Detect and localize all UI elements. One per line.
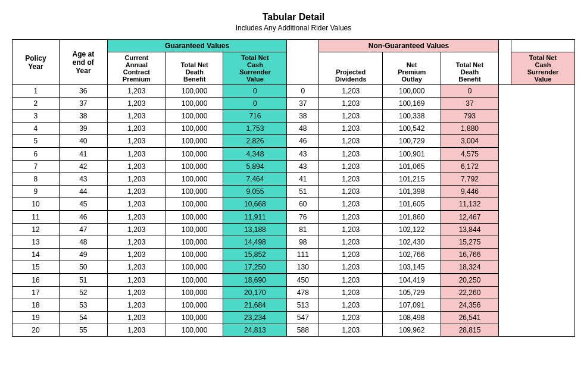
table-cell: 16: [13, 274, 60, 287]
table-cell: 109,962: [383, 324, 441, 337]
table-cell: 1,203: [319, 198, 383, 211]
table-cell: 1,203: [107, 224, 166, 236]
table-cell: 0: [287, 85, 319, 98]
policy-year-header: PolicyYear: [13, 40, 60, 85]
net-premium-outlay-header: NetPremiumOutlay: [383, 52, 441, 85]
table-cell: 1,203: [107, 261, 166, 274]
table-cell: 54: [59, 312, 107, 324]
table-cell: 1: [13, 85, 60, 98]
table-cell: 100,000: [166, 249, 223, 261]
table-cell: 7,792: [441, 173, 499, 186]
table-cell: 100,000: [166, 236, 223, 249]
table-cell: 100,000: [166, 135, 223, 148]
table-cell: 9,055: [223, 186, 287, 198]
table-cell: 100,338: [383, 110, 441, 123]
table-cell: 1,203: [107, 98, 166, 110]
table-cell: 51: [287, 186, 319, 198]
table-cell: 102,430: [383, 236, 441, 249]
table-cell: 60: [287, 198, 319, 211]
table-cell: 20: [13, 324, 60, 337]
age-header: Age atend ofYear: [59, 40, 107, 85]
non-guaranteed-values-header: Non-Guaranteed Values: [319, 40, 499, 52]
table-cell: 76: [287, 211, 319, 224]
table-cell: 20,170: [223, 287, 287, 299]
table-cell: 1,203: [107, 123, 166, 135]
table-cell: 1,203: [319, 148, 383, 161]
table-cell: 1,203: [107, 198, 166, 211]
table-cell: 98: [287, 236, 319, 249]
table-cell: 100,000: [166, 211, 223, 224]
table-cell: 111: [287, 249, 319, 261]
table-cell: 18,690: [223, 274, 287, 287]
table-cell: 9,446: [441, 186, 499, 198]
table-cell: 41: [287, 173, 319, 186]
table-cell: 547: [287, 312, 319, 324]
table-cell: 39: [59, 123, 107, 135]
table-cell: 100,000: [166, 274, 223, 287]
table-cell: 1,203: [107, 287, 166, 299]
table-cell: 18,324: [441, 261, 499, 274]
table-cell: 6: [13, 148, 60, 161]
table-cell: 100,000: [166, 287, 223, 299]
table-cell: 48: [59, 236, 107, 249]
table-cell: 46: [287, 135, 319, 148]
table-cell: 100,000: [166, 198, 223, 211]
table-cell: 100,901: [383, 148, 441, 161]
spacer-header2: [498, 40, 511, 85]
table-cell: 81: [287, 224, 319, 236]
table-cell: 41: [59, 148, 107, 161]
table-cell: 100,169: [383, 98, 441, 110]
table-cell: 1,203: [107, 161, 166, 173]
table-cell: 0: [223, 85, 287, 98]
table-cell: 1,203: [319, 324, 383, 337]
projected-dividends-header: ProjectedDividends: [319, 52, 383, 85]
table-cell: 13,844: [441, 224, 499, 236]
table-cell: 100,000: [166, 312, 223, 324]
table-cell: 478: [287, 287, 319, 299]
table-cell: 100,000: [383, 85, 441, 98]
table-cell: 20,250: [441, 274, 499, 287]
table-cell: 50: [59, 261, 107, 274]
table-cell: 105,729: [383, 287, 441, 299]
total-net-csv-header: Total NetCashSurrenderValue: [223, 52, 287, 85]
table-cell: 107,091: [383, 299, 441, 312]
table-cell: 1,203: [319, 249, 383, 261]
table-cell: 1,203: [107, 249, 166, 261]
table-cell: 1,203: [107, 186, 166, 198]
table-cell: 450: [287, 274, 319, 287]
table-cell: 1,203: [107, 312, 166, 324]
table-cell: 14: [13, 249, 60, 261]
table-cell: 1,203: [319, 236, 383, 249]
table-cell: 101,215: [383, 173, 441, 186]
table-cell: 42: [59, 161, 107, 173]
table-cell: 24,356: [441, 299, 499, 312]
table-cell: 100,000: [166, 224, 223, 236]
table-cell: 17: [13, 287, 60, 299]
table-cell: 100,000: [166, 261, 223, 274]
table-cell: 10: [13, 198, 60, 211]
table-cell: 51: [59, 274, 107, 287]
table-cell: 1,203: [107, 148, 166, 161]
table-cell: 100,000: [166, 299, 223, 312]
page-title: Tabular Detail: [12, 12, 575, 23]
table-cell: 43: [287, 148, 319, 161]
table-cell: 55: [59, 324, 107, 337]
table-cell: 1,203: [107, 110, 166, 123]
page-subtitle: Includes Any Additional Rider Values: [12, 24, 575, 32]
table-cell: 1,203: [107, 85, 166, 98]
table-cell: 38: [59, 110, 107, 123]
table-cell: 3,004: [441, 135, 499, 148]
table-cell: 13: [13, 236, 60, 249]
table-cell: 1,203: [319, 173, 383, 186]
table-cell: 1,203: [319, 287, 383, 299]
table-cell: 7: [13, 161, 60, 173]
table-cell: 46: [59, 211, 107, 224]
table-cell: 9: [13, 186, 60, 198]
table-cell: 2: [13, 98, 60, 110]
table-cell: 1,203: [319, 224, 383, 236]
total-net-death-benefit-header: Total NetDeathBenefit: [166, 52, 223, 85]
table-cell: 2,826: [223, 135, 287, 148]
table-cell: 716: [223, 110, 287, 123]
table-cell: 26,541: [441, 312, 499, 324]
table-cell: 19: [13, 312, 60, 324]
